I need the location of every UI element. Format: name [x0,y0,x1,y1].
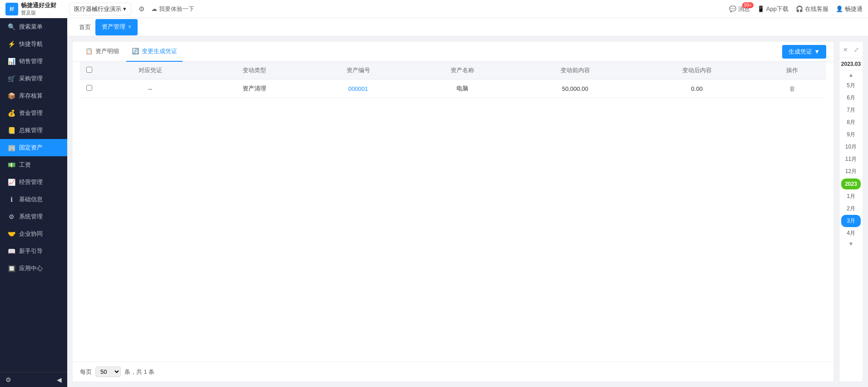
phone-icon: 📱 [757,5,764,12]
right-panel-year: 2023.03 [839,58,863,70]
month-5[interactable]: 5月 [839,79,863,92]
col-voucher: 对应凭证 [98,62,202,79]
sidebar: 🔍 搜索菜单 ⚡ 快捷导航 📊 销售管理 🛒 采购管理 📦 库存核算 💰 资金管… [0,18,67,387]
month-9[interactable]: 9月 [839,129,863,141]
generate-voucher-button[interactable]: 生成凭证 ▼ [782,45,826,59]
delete-row-button[interactable]: 🗑 [786,84,798,93]
tab-home[interactable]: 首页 [74,20,95,35]
app-download-button[interactable]: 📱 App下载 [757,5,789,13]
chevron-down-icon: ▾ [123,5,126,12]
col-after: 变动后内容 [636,62,758,79]
scroll-down-icon[interactable]: ▼ [848,240,855,248]
money-icon: 💰 [7,109,15,117]
sidebar-item-ledger[interactable]: 📒 总账管理 [0,122,67,139]
month-4[interactable]: 4月 [839,227,863,239]
table-row: -- 资产清理 000001 电脑 50,000.00 0.00 🗑 [80,79,826,98]
chart-icon: 📊 [7,57,15,65]
cloud-icon: ☁ [151,5,157,12]
guide-icon: 📖 [7,247,15,255]
company-selector[interactable]: 医疗器械行业演示 ▾ [69,3,131,15]
settings-button[interactable]: ⚙ [135,3,148,15]
inner-tab-asset-detail[interactable]: 📋 资产明细 [80,42,124,62]
sidebar-item-search[interactable]: 🔍 搜索菜单 [0,18,67,35]
right-panel: ✕ ⤢ 2023.03 ▲ 5月 6月 7月 8月 9月 10月 11月 12月… [839,42,863,382]
experience-button[interactable]: ☁ 我要体验一下 [151,5,194,13]
col-before: 变动前内容 [514,62,636,79]
data-table: 对应凭证 变动类型 资产编号 资产名称 变动前内容 变动后内容 操作 [80,62,826,98]
cell-before-content: 50,000.00 [514,79,636,98]
customer-service-button[interactable]: 🎧 在线客服 [796,5,828,13]
main-card: 📋 资产明细 🔄 变更生成凭证 生成凭证 ▼ [73,42,833,382]
sidebar-item-inventory[interactable]: 📦 库存核算 [0,87,67,104]
salary-icon: 💵 [7,161,15,169]
sidebar-item-enterprise[interactable]: 🤝 企业协同 [0,225,67,243]
col-action: 操作 [758,62,826,79]
sidebar-item-guide[interactable]: 📖 新手引导 [0,243,67,260]
user-profile-button[interactable]: 👤 畅捷通 [836,5,863,13]
cell-action: 🗑 [758,79,826,98]
cell-asset-name: 电脑 [410,79,514,98]
page-size-select[interactable]: 50 10 20 100 [95,367,121,377]
top-header: 好 畅捷通好业财 普及版 医疗器械行业演示 ▾ ⚙ ☁ 我要体验一下 💬 消息 … [0,0,868,18]
sidebar-item-funds[interactable]: 💰 资金管理 [0,104,67,122]
header-right: 💬 消息 99+ 📱 App下载 🎧 在线客服 👤 畅捷通 [729,5,863,13]
month-10[interactable]: 10月 [839,141,863,153]
sidebar-item-fixed-assets[interactable]: 🏢 固定资产 [0,139,67,156]
brand-icon: 好 [5,3,18,15]
toolbar-area: 生成凭证 ▼ [184,45,826,59]
page-content: 📋 资产明细 🔄 变更生成凭证 生成凭证 ▼ [67,36,868,387]
inner-tab-change-voucher[interactable]: 🔄 变更生成凭证 [126,42,183,62]
sidebar-collapse-icon[interactable]: ◀ [57,376,62,383]
brand-name: 畅捷通好业财 普及版 [21,1,56,16]
right-panel-close-icon[interactable]: ✕ [842,45,849,54]
col-change-type: 变动类型 [202,62,306,79]
month-3-current[interactable]: 3月 [841,215,861,227]
month-11[interactable]: 11月 [839,153,863,165]
header-left: 好 畅捷通好业财 普及版 医疗器械行业演示 ▾ ⚙ ☁ 我要体验一下 [5,1,729,16]
right-panel-expand-icon[interactable]: ⤢ [853,45,860,54]
select-all-checkbox[interactable] [86,67,92,73]
cell-voucher: -- [98,79,202,98]
cell-asset-code[interactable]: 000001 [306,79,410,98]
building-icon: 🏢 [7,144,15,152]
headset-icon: 🎧 [796,5,803,12]
sidebar-item-payroll[interactable]: 💵 工资 [0,156,67,174]
refresh-icon: 🔄 [132,48,139,55]
sidebar-item-quicknav[interactable]: ⚡ 快捷导航 [0,35,67,53]
cell-after-content: 0.00 [636,79,758,98]
month-8[interactable]: 8月 [839,116,863,129]
month-2[interactable]: 2月 [839,203,863,215]
search-icon: 🔍 [7,23,15,31]
inner-tabs: 📋 资产明细 🔄 变更生成凭证 生成凭证 ▼ [73,42,833,62]
sidebar-item-operations[interactable]: 📈 经营管理 [0,174,67,191]
cell-change-type: 资产清理 [202,79,306,98]
scroll-up-icon[interactable]: ▲ [848,71,855,79]
tab-asset-management[interactable]: 资产管理 × [95,19,138,35]
pagination-bar: 每页 50 10 20 100 条，共 1 条 [73,362,833,382]
tab-close-icon[interactable]: × [128,24,131,30]
col-asset-name: 资产名称 [410,62,514,79]
dropdown-icon: ▼ [814,48,820,55]
box-icon: 📦 [7,92,15,100]
col-asset-code: 资产编号 [306,62,410,79]
month-1[interactable]: 1月 [839,190,863,203]
book-icon: 📒 [7,126,15,134]
month-6[interactable]: 6月 [839,92,863,104]
sidebar-item-basic-info[interactable]: ℹ 基础信息 [0,191,67,208]
month-7[interactable]: 7月 [839,104,863,116]
messages-button[interactable]: 💬 消息 99+ [729,5,750,13]
content-area: 首页 资产管理 × 📋 资产明细 🔄 变更生成凭证 [67,18,868,387]
tabs-bar: 首页 资产管理 × [67,18,868,36]
sidebar-settings-icon[interactable]: ⚙ [5,376,11,383]
sidebar-bottom: ⚙ ◀ [0,372,67,387]
month-12[interactable]: 12月 [839,165,863,178]
brand-logo: 好 畅捷通好业财 普及版 [5,1,56,16]
trend-icon: 📈 [7,178,15,186]
sidebar-item-system[interactable]: ⚙ 系统管理 [0,208,67,225]
sidebar-item-app-center[interactable]: 🔲 应用中心 [0,260,67,277]
row-select-checkbox[interactable] [86,85,92,91]
lightning-icon: ⚡ [7,40,15,48]
handshake-icon: 🤝 [7,230,15,238]
sidebar-item-purchase[interactable]: 🛒 采购管理 [0,70,67,87]
sidebar-item-sales[interactable]: 📊 销售管理 [0,53,67,70]
